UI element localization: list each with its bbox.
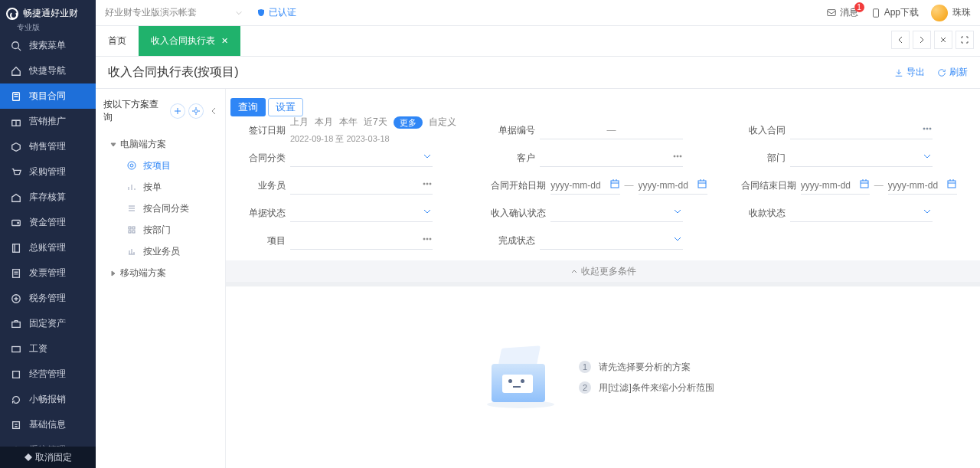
chevron-down-icon[interactable] — [672, 234, 683, 247]
scheme-group-mobile[interactable]: 移动端方案 — [96, 262, 225, 283]
nav-quick[interactable]: 快捷导航 — [0, 58, 96, 83]
more-icon[interactable] — [422, 234, 433, 247]
collapse-filters-button[interactable]: 收起更多条件 — [226, 260, 980, 282]
messages-button[interactable]: 消息 1 — [826, 6, 858, 19]
calendar-icon[interactable] — [946, 178, 957, 191]
nav-tax[interactable]: 税务管理 — [0, 286, 96, 311]
search-icon — [11, 41, 21, 51]
filter-sign-date: 签订日期 上月 本月 本年 近7天 更多 自定义 2022-09-18 至 20… — [230, 116, 466, 144]
preset-lastmonth[interactable]: 上月 — [290, 116, 309, 129]
svg-point-22 — [923, 128, 925, 129]
svg-point-23 — [926, 128, 928, 129]
chevron-down-icon[interactable] — [422, 151, 433, 164]
nav-report[interactable]: 小畅报销 — [0, 387, 96, 412]
nav-purchase[interactable]: 采购管理 — [0, 159, 96, 185]
verified-badge: 已认证 — [256, 6, 296, 19]
nav-biz[interactable]: 经营管理 — [0, 362, 96, 387]
nav-sales[interactable]: 销售管理 — [0, 134, 96, 159]
filter-receipt-status: 收款状态 — [730, 199, 966, 227]
scheme-header: 按以下方案查询 — [103, 98, 167, 124]
filter-income: 收入合同 — [730, 116, 966, 144]
brand-edition: 专业版 — [17, 22, 96, 33]
unpin-button[interactable]: 取消固定 — [0, 447, 96, 468]
nav-gl[interactable]: 总账管理 — [0, 235, 96, 260]
bars-icon — [126, 182, 137, 192]
nav-search[interactable]: 搜索菜单 — [0, 33, 96, 58]
tabs-close-button[interactable] — [934, 31, 952, 49]
nav-base[interactable]: 基础信息 — [0, 412, 96, 437]
top-bar: 好业财专业版演示帐套 已认证 消息 1 App下载 珠珠 — [96, 0, 980, 26]
chevron-down-icon[interactable] — [672, 206, 683, 219]
preset-thismonth[interactable]: 本月 — [315, 116, 333, 129]
scheme-by-category[interactable]: 按合同分类 — [96, 198, 225, 219]
nav-asset[interactable]: 固定资产 — [0, 311, 96, 336]
chevron-down-icon[interactable] — [422, 206, 433, 219]
scheme-by-dept[interactable]: 按部门 — [96, 219, 225, 241]
chevron-up-icon — [570, 267, 578, 275]
preset-more[interactable]: 更多 — [394, 116, 423, 129]
scheme-group-desktop[interactable]: 电脑端方案 — [96, 133, 225, 155]
preset-thisyear[interactable]: 本年 — [339, 116, 358, 129]
refresh-button[interactable]: 刷新 — [937, 66, 968, 79]
more-icon[interactable] — [422, 178, 433, 191]
nav-contract[interactable]: 项目合同 — [0, 83, 96, 109]
main-area: 好业财专业版演示帐套 已认证 消息 1 App下载 珠珠 — [96, 0, 980, 468]
svg-point-36 — [426, 238, 428, 240]
calendar-icon[interactable] — [859, 178, 870, 191]
chevron-down-icon[interactable] — [922, 151, 933, 164]
tabs-fullscreen-button[interactable] — [956, 31, 974, 49]
calendar-icon[interactable] — [609, 178, 620, 191]
calendar-icon[interactable] — [697, 178, 707, 191]
page-tabs: 首页 收入合同执行表 ✕ — [96, 26, 980, 57]
chevron-down-icon — [235, 9, 243, 17]
scheme-by-order[interactable]: 按单 — [96, 176, 225, 198]
svg-rect-10 — [13, 371, 20, 378]
svg-rect-6 — [13, 269, 20, 277]
user-menu[interactable]: 珠珠 — [931, 5, 971, 21]
export-button[interactable]: 导出 — [894, 66, 925, 79]
filter-income-status: 收入确认状态 — [480, 199, 716, 227]
nav-marketing[interactable]: 营销推广 — [0, 109, 96, 134]
preset-custom[interactable]: 自定义 — [429, 116, 456, 129]
scheme-settings-button[interactable] — [188, 103, 204, 119]
tabs-next-button[interactable] — [913, 31, 931, 49]
svg-rect-31 — [611, 181, 619, 188]
more-icon[interactable] — [672, 151, 683, 164]
page-title: 收入合同执行表(按项目) — [108, 64, 239, 80]
scheme-collapse-button[interactable] — [208, 106, 219, 116]
app-download-button[interactable]: App下载 — [871, 6, 919, 19]
tabs-prev-button[interactable] — [891, 31, 910, 49]
add-scheme-button[interactable] — [170, 103, 185, 119]
nav-inventory[interactable]: 库存核算 — [0, 185, 96, 210]
preset-7days[interactable]: 近7天 — [364, 116, 387, 129]
svg-rect-20 — [129, 231, 131, 233]
scheme-by-owner[interactable]: 按业务员 — [96, 241, 225, 262]
query-button[interactable]: 查询 — [230, 98, 266, 116]
filter-start-date: 合同开始日期 — — [480, 172, 716, 199]
filter-area: 查询 设置 签订日期 上月 本月 本年 近7天 更多 — [226, 89, 980, 468]
svg-point-26 — [677, 155, 678, 157]
sign-date-range: 2022-09-18 至 2023-03-18 — [290, 133, 457, 145]
more-icon[interactable] — [922, 123, 933, 136]
svg-rect-14 — [873, 8, 878, 17]
settings-button[interactable]: 设置 — [268, 98, 303, 116]
ledger-icon — [11, 243, 21, 254]
tab-home[interactable]: 首页 — [96, 26, 139, 56]
nav-sys[interactable]: 系统管理 — [0, 437, 96, 447]
filter-doc-no: 单据编号 — — [480, 116, 716, 144]
brand-logo-icon — [6, 8, 18, 20]
tab-active[interactable]: 收入合同执行表 ✕ — [139, 26, 240, 56]
list-icon — [126, 203, 137, 214]
nav-fund[interactable]: 资金管理 — [0, 210, 96, 235]
scheme-by-project[interactable]: 按项目 — [96, 155, 225, 176]
filter-finish-status: 完成状态 — [480, 227, 716, 254]
close-icon[interactable]: ✕ — [221, 36, 228, 46]
nav-salary[interactable]: 工资 — [0, 336, 96, 362]
nav-invoice[interactable]: 发票管理 — [0, 260, 96, 286]
svg-rect-13 — [827, 9, 835, 15]
tenant-selector[interactable]: 好业财专业版演示帐套 — [105, 6, 243, 19]
left-sidebar: 畅捷通好业财 专业版 搜索菜单 快捷导航 项目合同 营销推广 销售管理 采购管理… — [0, 0, 96, 468]
target-icon — [126, 160, 137, 171]
empty-illustration-icon — [492, 347, 560, 408]
chevron-down-icon[interactable] — [922, 206, 933, 219]
